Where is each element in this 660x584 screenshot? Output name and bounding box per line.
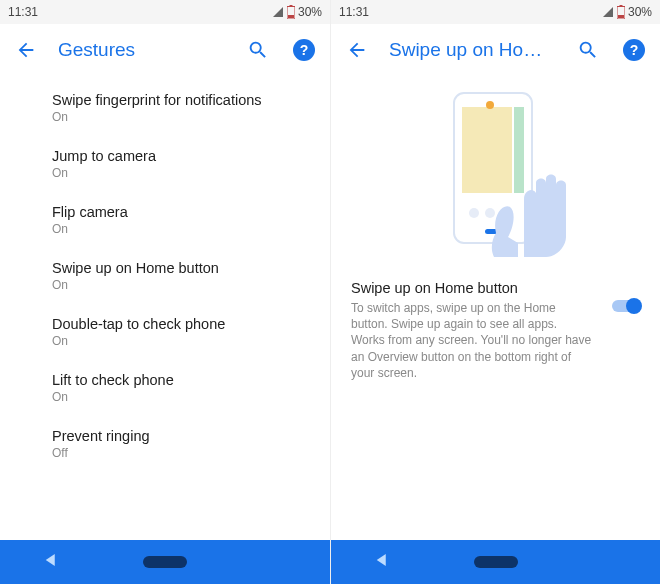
item-jump-to-camera[interactable]: Jump to camera On bbox=[0, 136, 330, 192]
svg-rect-4 bbox=[619, 5, 622, 7]
item-title: Swipe fingerprint for notifications bbox=[52, 92, 310, 108]
item-sub: On bbox=[52, 222, 310, 236]
search-button[interactable] bbox=[244, 36, 272, 64]
page-title: Swipe up on Home butt… bbox=[389, 39, 556, 61]
item-sub: On bbox=[52, 110, 310, 124]
status-battery-pct: 30% bbox=[298, 5, 322, 19]
status-right: 30% bbox=[272, 5, 322, 19]
screen-gestures: 11:31 30% Gestures ? Swipe fingerprint f… bbox=[0, 0, 330, 584]
svg-point-11 bbox=[485, 208, 495, 218]
settings-list: Swipe fingerprint for notifications On J… bbox=[0, 76, 330, 540]
nav-back-button[interactable] bbox=[42, 551, 60, 573]
help-icon: ? bbox=[293, 39, 315, 61]
item-double-tap-check[interactable]: Double-tap to check phone On bbox=[0, 304, 330, 360]
status-right: 30% bbox=[602, 5, 652, 19]
page-title: Gestures bbox=[58, 39, 226, 61]
item-sub: On bbox=[52, 166, 310, 180]
svg-rect-7 bbox=[462, 107, 512, 193]
search-button[interactable] bbox=[574, 36, 602, 64]
help-button[interactable]: ? bbox=[290, 36, 318, 64]
switch-thumb bbox=[626, 298, 642, 314]
status-time: 11:31 bbox=[339, 5, 369, 19]
battery-icon bbox=[287, 5, 295, 19]
detail-toggle-row: Swipe up on Home button To switch apps, … bbox=[331, 272, 660, 381]
signal-icon bbox=[272, 6, 284, 18]
item-flip-camera[interactable]: Flip camera On bbox=[0, 192, 330, 248]
item-lift-to-check[interactable]: Lift to check phone On bbox=[0, 360, 330, 416]
nav-home-pill[interactable] bbox=[474, 556, 518, 568]
detail-title: Swipe up on Home button bbox=[351, 280, 594, 296]
item-title: Jump to camera bbox=[52, 148, 310, 164]
nav-bar bbox=[0, 540, 330, 584]
item-swipe-up-home[interactable]: Swipe up on Home button On bbox=[0, 248, 330, 304]
back-button[interactable] bbox=[343, 36, 371, 64]
item-sub: Off bbox=[52, 446, 310, 460]
item-title: Lift to check phone bbox=[52, 372, 310, 388]
item-title: Flip camera bbox=[52, 204, 310, 220]
spacer bbox=[331, 381, 660, 540]
nav-bar bbox=[331, 540, 660, 584]
item-title: Double-tap to check phone bbox=[52, 316, 310, 332]
item-title: Swipe up on Home button bbox=[52, 260, 310, 276]
svg-rect-8 bbox=[514, 107, 524, 193]
back-button[interactable] bbox=[12, 36, 40, 64]
status-battery-pct: 30% bbox=[628, 5, 652, 19]
signal-icon bbox=[602, 6, 614, 18]
app-bar: Swipe up on Home butt… ? bbox=[331, 24, 660, 76]
detail-description: To switch apps, swipe up on the Home but… bbox=[351, 300, 594, 381]
svg-point-9 bbox=[486, 101, 494, 109]
battery-icon bbox=[617, 5, 625, 19]
nav-home-pill[interactable] bbox=[143, 556, 187, 568]
app-bar: Gestures ? bbox=[0, 24, 330, 76]
svg-point-10 bbox=[469, 208, 479, 218]
item-title: Prevent ringing bbox=[52, 428, 310, 444]
item-sub: On bbox=[52, 278, 310, 292]
svg-rect-5 bbox=[618, 15, 624, 18]
status-bar: 11:31 30% bbox=[0, 0, 330, 24]
svg-rect-1 bbox=[289, 5, 292, 7]
item-sub: On bbox=[52, 334, 310, 348]
svg-rect-2 bbox=[288, 15, 294, 18]
nav-back-button[interactable] bbox=[373, 551, 391, 573]
phone-hand-illustration bbox=[406, 87, 586, 257]
help-button[interactable]: ? bbox=[620, 36, 648, 64]
item-sub: On bbox=[52, 390, 310, 404]
screen-swipe-up-detail: 11:31 30% Swipe up on Home butt… ? bbox=[330, 0, 660, 584]
detail-text: Swipe up on Home button To switch apps, … bbox=[351, 280, 598, 381]
item-prevent-ringing[interactable]: Prevent ringing Off bbox=[0, 416, 330, 472]
item-swipe-fingerprint[interactable]: Swipe fingerprint for notifications On bbox=[0, 80, 330, 136]
help-icon: ? bbox=[623, 39, 645, 61]
illustration bbox=[331, 82, 660, 262]
status-time: 11:31 bbox=[8, 5, 38, 19]
status-bar: 11:31 30% bbox=[331, 0, 660, 24]
toggle-swipe-up-home[interactable] bbox=[610, 298, 642, 314]
